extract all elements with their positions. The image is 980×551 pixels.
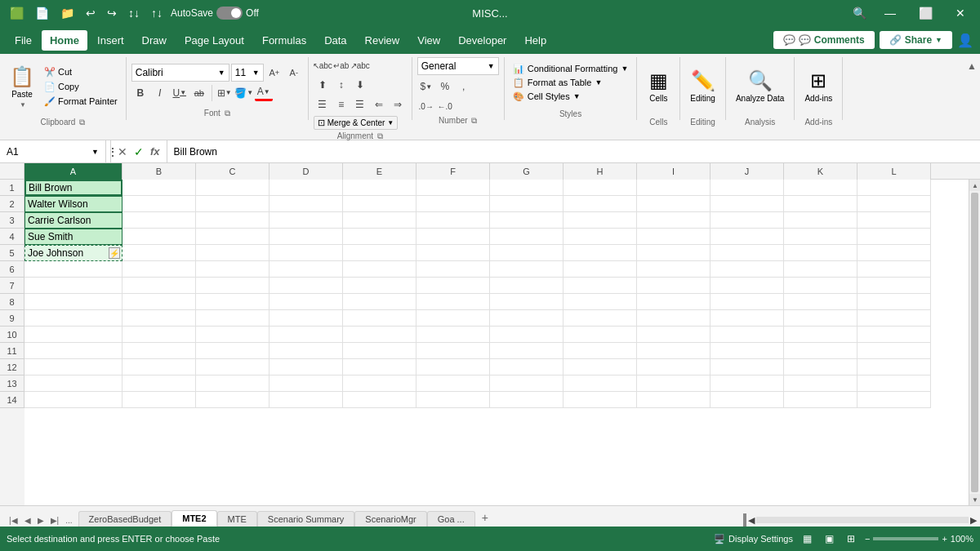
cell-A13[interactable] (24, 375, 122, 392)
row-num-10[interactable]: 10 (0, 327, 24, 343)
col-header-H[interactable]: H (564, 163, 637, 180)
row-num-6[interactable]: 6 (0, 261, 24, 278)
row-num-12[interactable]: 12 (0, 359, 24, 375)
cell-J10[interactable] (710, 327, 784, 343)
menu-item-file[interactable]: File (7, 30, 40, 51)
cell-I9[interactable] (637, 310, 710, 327)
cell-K10[interactable] (784, 327, 858, 343)
cell-I7[interactable] (637, 278, 710, 294)
cell-E11[interactable] (343, 343, 416, 359)
cell-F13[interactable] (416, 375, 490, 392)
row-num-7[interactable]: 7 (0, 278, 24, 294)
cell-G9[interactable] (490, 310, 564, 327)
cell-A12[interactable] (24, 359, 122, 375)
cell-B2[interactable] (122, 196, 196, 212)
cell-E9[interactable] (343, 310, 416, 327)
menu-item-home[interactable]: Home (42, 30, 87, 51)
cell-B7[interactable] (122, 278, 196, 294)
cell-E14[interactable] (343, 392, 416, 408)
cell-D7[interactable] (270, 278, 343, 294)
comments-button[interactable]: 💬 💬 Comments (773, 31, 874, 49)
tab-scroll-right-button[interactable]: ▶ (970, 515, 977, 526)
merge-center-button[interactable]: ⊡ Merge & Center ▼ (314, 116, 399, 130)
decrease-font-button[interactable]: A- (285, 64, 303, 81)
cells-button[interactable]: ▦ Cells (642, 57, 675, 116)
row-num-13[interactable]: 13 (0, 375, 24, 392)
cell-K14[interactable] (784, 392, 858, 408)
add-sheet-button[interactable]: + (475, 509, 495, 527)
cell-B13[interactable] (122, 375, 196, 392)
cell-D8[interactable] (270, 294, 343, 310)
cell-K6[interactable] (784, 261, 858, 278)
row-num-9[interactable]: 9 (0, 310, 24, 327)
cell-H5[interactable] (564, 245, 637, 261)
menu-item-review[interactable]: Review (357, 30, 408, 51)
cell-D9[interactable] (270, 310, 343, 327)
cell-F1[interactable] (416, 180, 490, 196)
cell-L12[interactable] (858, 359, 931, 375)
cell-F7[interactable] (416, 278, 490, 294)
decrease-decimal-button[interactable]: ←.0 (436, 98, 454, 114)
tab-first-button[interactable]: |◀ (7, 514, 20, 527)
formula-cancel-button[interactable]: ✕ (116, 145, 129, 158)
new-doc-icon[interactable]: 📄 (32, 5, 52, 21)
cell-H7[interactable] (564, 278, 637, 294)
cell-I1[interactable] (637, 180, 710, 196)
cell-I4[interactable] (637, 229, 710, 245)
italic-button[interactable]: I (151, 85, 169, 101)
increase-decimal-button[interactable]: .0→ (417, 98, 435, 114)
sheet-tab-zerobasedbudget[interactable]: ZeroBasedBudget (78, 511, 172, 527)
row-num-8[interactable]: 8 (0, 294, 24, 310)
conditional-formatting-button[interactable]: 📊 Conditional Formatting ▼ (510, 63, 632, 75)
cell-F6[interactable] (416, 261, 490, 278)
cell-J11[interactable] (710, 343, 784, 359)
cell-G7[interactable] (490, 278, 564, 294)
cell-H12[interactable] (564, 359, 637, 375)
cell-D5[interactable] (270, 245, 343, 261)
cell-H8[interactable] (564, 294, 637, 310)
cell-L2[interactable] (858, 196, 931, 212)
cell-F12[interactable] (416, 359, 490, 375)
col-header-D[interactable]: D (270, 163, 343, 180)
cell-F5[interactable] (416, 245, 490, 261)
currency-button[interactable]: $▼ (417, 78, 435, 95)
cell-C11[interactable] (196, 343, 270, 359)
page-layout-view-button[interactable]: ▣ (822, 531, 837, 546)
cell-C9[interactable] (196, 310, 270, 327)
normal-view-button[interactable]: ▦ (800, 531, 815, 546)
cell-I8[interactable] (637, 294, 710, 310)
cell-H2[interactable] (564, 196, 637, 212)
cell-F9[interactable] (416, 310, 490, 327)
cell-E1[interactable] (343, 180, 416, 196)
zoom-out-button[interactable]: − (865, 534, 870, 544)
format-painter-button[interactable]: 🖌️ Format Painter (41, 95, 121, 109)
cell-B9[interactable] (122, 310, 196, 327)
fill-color-button[interactable]: 🪣▼ (235, 85, 253, 101)
cell-C6[interactable] (196, 261, 270, 278)
cell-H9[interactable] (564, 310, 637, 327)
col-header-E[interactable]: E (343, 163, 416, 180)
menu-item-insert[interactable]: Insert (89, 30, 132, 51)
cell-J9[interactable] (710, 310, 784, 327)
cell-F11[interactable] (416, 343, 490, 359)
cell-K11[interactable] (784, 343, 858, 359)
cell-L7[interactable] (858, 278, 931, 294)
cell-D11[interactable] (270, 343, 343, 359)
cell-K1[interactable] (784, 180, 858, 196)
sheet-tab-mte[interactable]: MTE (217, 511, 257, 527)
bold-button[interactable]: B (131, 85, 149, 101)
user-icon[interactable]: 👤 (957, 33, 973, 48)
cell-C7[interactable] (196, 278, 270, 294)
comma-button[interactable]: , (455, 78, 473, 95)
font-size-selector[interactable]: 11 ▼ (231, 64, 264, 82)
col-header-C[interactable]: C (196, 163, 270, 180)
cell-L6[interactable] (858, 261, 931, 278)
row-num-2[interactable]: 2 (0, 196, 24, 212)
cell-E10[interactable] (343, 327, 416, 343)
editing-button[interactable]: ✏️ Editing (685, 57, 720, 116)
cell-G11[interactable] (490, 343, 564, 359)
cell-G5[interactable] (490, 245, 564, 261)
cell-D14[interactable] (270, 392, 343, 408)
cell-D13[interactable] (270, 375, 343, 392)
scroll-up-button[interactable]: ▲ (969, 180, 980, 191)
